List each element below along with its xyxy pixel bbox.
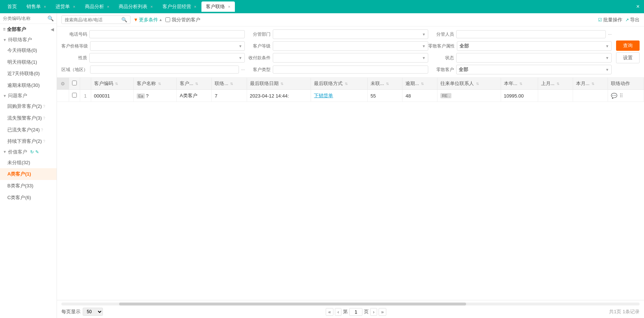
sort-icon-contact[interactable]: ⇅ [230,82,233,86]
sort-icon-type[interactable]: ⇅ [195,82,198,86]
batch-op-button[interactable]: ☑ 批量操作 [598,17,622,23]
sidebar-group-value[interactable]: ▼ 价值客户 ↻ ✎ [0,147,57,157]
nav-tab-customer-mgmt-close[interactable]: × [194,4,196,9]
help-icon-1: ? [43,105,45,109]
nav-tab-purchase[interactable]: 进货单 × [51,1,79,12]
sidebar-group-pending[interactable]: ▼ 待联络客户 [0,35,57,45]
edit-icon[interactable]: ✎ [35,149,39,155]
filter-select-nature[interactable]: ▼ [89,53,245,63]
sidebar-item-tomorrow-pending[interactable]: 明天待联络(1) [0,56,57,68]
sidebar-collapse-icon[interactable]: ◀ [51,27,54,32]
filter-my-customers-label: 我分管的客户 [172,17,200,23]
page-label: 第 [343,308,348,315]
td-customer-type: A类客户 [177,90,212,102]
sort-icon-this-month[interactable]: ⇅ [591,82,594,86]
horizontal-scrollbar-track[interactable] [61,303,640,305]
prev-page-button[interactable]: ‹ [335,308,341,316]
sidebar-item-churn-warning[interactable]: 流失预警客户(3) ? [0,112,57,124]
filter-select-payment[interactable]: ▼ [273,53,428,63]
chevron-down-icon: ▼ [422,32,426,36]
sidebar-group-problem[interactable]: ▼ 问题客户 [0,91,57,100]
per-page-select[interactable]: 50 100 200 [83,308,103,316]
not-contacted-value: 55 [371,93,376,99]
filter-select-customer-level[interactable]: ▼ [273,41,428,51]
filter-search-input[interactable] [65,17,120,22]
filter-select-dept[interactable]: ▼ [273,29,428,39]
filter-search-icon[interactable]: 🔍 [121,17,127,22]
sidebar-item-churned[interactable]: 已流失客户(24) ? [0,124,57,136]
sidebar-item-ungrouped[interactable]: 未分组(32) [0,157,57,169]
sort-icon-last-month[interactable]: ⇅ [557,82,559,86]
sidebar-item-class-b[interactable]: B类客户(33) [0,180,57,192]
action-message-icon[interactable]: 💬 [611,93,617,99]
th-customer-code-label: 客户编码 [94,81,113,86]
filter-select-sparse-customer[interactable]: 全部 ▼ [456,65,612,74]
th-this-year: 本年... ⇅ [501,78,538,90]
filter-select-price-level[interactable]: ▼ [90,41,245,51]
sort-icon-code[interactable]: ⇅ [115,82,118,86]
filter-my-customers-checkbox[interactable] [165,17,170,22]
filter-select-sparse-customer-value: 全部 [459,66,468,73]
nav-tab-customer-mgmt[interactable]: 客户分层经营 × [158,1,201,12]
sidebar-search-icon[interactable]: 🔍 [47,15,54,21]
last-page-button[interactable]: » [379,308,386,316]
sort-icon-name[interactable]: ⇅ [158,82,161,86]
filter-select-sparse-attr[interactable]: 全部 ▼ [457,41,612,51]
sidebar-item-declining[interactable]: 持续下滑客户(2) ? [0,135,57,147]
sidebar-item-today-pending[interactable]: 今天待联络(0) [0,45,57,56]
page-number-input[interactable] [349,308,362,316]
sidebar-item-class-c[interactable]: C类客户(6) [0,192,57,204]
refresh-icon[interactable]: ↻ [30,149,34,155]
sidebar-search-input[interactable] [3,16,46,21]
sidebar-item-overdue-pending[interactable]: 逾期未联络(30) [0,80,57,91]
nav-tab-sales-close[interactable]: × [44,4,46,9]
sort-icon-person[interactable]: ⇅ [476,82,479,86]
sort-icon-not-contacted[interactable]: ⇅ [386,82,389,86]
filter-cell-dept: 分管部门 ▼ [245,29,428,39]
sort-icon-this-year[interactable]: ⇅ [519,82,522,86]
filter-input-customer-type[interactable] [273,66,428,74]
nav-home[interactable]: 首页 [3,1,21,12]
sidebar-all-customers[interactable]: ⠿ 全部客户 ◀ [0,24,57,35]
last-contact-method-link[interactable]: 下销货单 [314,93,333,98]
sidebar-item-repurchase-anomaly[interactable]: 回购异常客户(2) ? [0,100,57,112]
th-not-contacted: 未联... ⇅ [367,78,402,90]
next-page-button[interactable]: › [370,308,377,316]
export-button[interactable]: ↗ 导出 [625,17,640,23]
sort-icon-method[interactable]: ⇅ [345,82,348,86]
chevron-down-icon-3: ▼ [422,44,426,48]
nav-tab-customer-contact-close[interactable]: × [228,4,230,9]
sidebar-item-7day-pending[interactable]: 近7天待联络(0) [0,68,57,80]
nav-tab-purchase-close[interactable]: × [73,4,75,9]
customer-name-prefix: Ea [137,93,144,99]
td-not-contacted: 55 [367,90,402,102]
filter-row-1: 电话号码 分管部门 ▼ 分管人员 [61,29,612,39]
sort-icon-date[interactable]: ⇅ [280,82,283,86]
select-all-checkbox[interactable] [72,81,77,85]
filter-input-region[interactable] [90,66,239,74]
first-page-button[interactable]: « [326,308,333,316]
filter-select-status[interactable]: ▼ [456,53,612,63]
query-button[interactable]: 查询 [616,40,640,51]
nav-tab-customer-contact[interactable]: 客户联络 × [201,1,235,12]
nav-tab-sales[interactable]: 销售单 × [22,1,50,12]
sidebar-item-churn-warning-label: 流失预警客户(3) [7,115,42,121]
filter-input-manager[interactable] [456,30,606,38]
nav-tab-analysis[interactable]: 商品分析 × [80,1,114,12]
nav-tab-analysis-list-close[interactable]: × [150,4,153,9]
table-gear-icon[interactable]: ⚙ [61,81,65,86]
horizontal-scrollbar-thumb[interactable] [119,303,466,305]
filter-region-dots[interactable]: ··· [241,67,245,72]
action-more-icon[interactable]: ⠿ [619,93,623,99]
sort-icon-overdue[interactable]: ⇅ [421,82,424,86]
nav-tab-analysis-close[interactable]: × [107,4,109,9]
settings-button[interactable]: 设置 [616,52,640,63]
sidebar-item-class-a[interactable]: A类客户(1) [0,168,57,180]
top-navigation: 首页 销售单 × 进货单 × 商品分析 × 商品分析列表 × 客户分层经营 × … [0,0,644,13]
filter-input-phone[interactable] [89,30,245,38]
filter-more-conditions[interactable]: ▼ 更多条件 ▲ [133,17,162,23]
filter-manager-dots[interactable]: ··· [608,32,612,37]
nav-tab-analysis-list[interactable]: 商品分析列表 × [114,1,157,12]
close-all-tabs-button[interactable]: × [635,2,641,11]
row-checkbox[interactable] [72,93,77,98]
